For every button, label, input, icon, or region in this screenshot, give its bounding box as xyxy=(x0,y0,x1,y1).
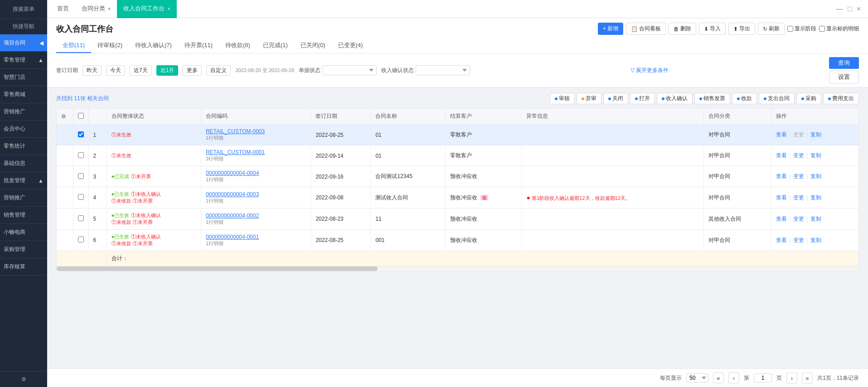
close-window-button[interactable]: × xyxy=(857,5,861,13)
row-settings[interactable] xyxy=(57,125,73,145)
import-button[interactable]: ⬇ 导入 xyxy=(699,23,726,35)
row-checkbox[interactable] xyxy=(73,208,88,230)
view-btn[interactable]: 查看 xyxy=(776,237,787,243)
sidebar-item-retail-stats[interactable]: 零售统计 xyxy=(0,138,47,155)
sales-invoice-btn[interactable]: 销售发票 xyxy=(694,93,730,104)
edit-btn[interactable]: 变更 xyxy=(793,237,804,243)
open-btn[interactable]: 打开 xyxy=(630,93,655,104)
delete-button[interactable]: 🗑 删除 xyxy=(669,23,696,35)
sidebar-item-xiaochangec[interactable]: 小畅电商 xyxy=(0,224,47,241)
maximize-button[interactable]: □ xyxy=(848,5,852,13)
status-tab-pending-collect[interactable]: 待收款(8) xyxy=(219,39,257,53)
row-select-checkbox[interactable] xyxy=(78,215,84,221)
status-tab-pending-invoice[interactable]: 待开票(11) xyxy=(178,39,219,53)
contract-code-link[interactable]: RETAIL_CUSTOM-0001 xyxy=(206,149,306,155)
contract-code-link[interactable]: RETAIL_CUSTOM-0003 xyxy=(206,128,306,135)
sidebar-quicknav[interactable]: 快捷导航 xyxy=(0,19,47,34)
row-select-checkbox[interactable] xyxy=(78,173,84,179)
edit-btn[interactable]: 变更 xyxy=(793,194,804,201)
row-settings[interactable] xyxy=(57,166,73,187)
row-checkbox[interactable] xyxy=(73,145,88,166)
income-confirm-btn[interactable]: 收入确认 xyxy=(657,93,693,104)
page-number-input[interactable] xyxy=(754,373,772,382)
row-select-checkbox[interactable] xyxy=(78,237,84,242)
row-select-checkbox[interactable] xyxy=(78,194,84,200)
show-stage-checkbox-label[interactable]: 显示阶段 xyxy=(787,25,816,33)
purchase-btn[interactable]: 采购 xyxy=(796,93,821,104)
filter-custom[interactable]: 自定义 xyxy=(206,65,231,76)
sidebar-item-marketing[interactable]: 营销推广 xyxy=(0,103,47,121)
collect-btn[interactable]: 收款 xyxy=(732,93,757,104)
sidebar-item-marketing2[interactable]: 营销推广 xyxy=(0,189,47,207)
col-settings[interactable]: ⚙ xyxy=(57,108,73,125)
tab-home[interactable]: 首页 xyxy=(51,0,75,18)
refresh-button[interactable]: ↻ 刷新 xyxy=(758,23,785,35)
filter-more[interactable]: 更多 xyxy=(183,65,202,76)
show-stage-checkbox[interactable] xyxy=(787,26,793,32)
next-page-button[interactable]: › xyxy=(786,372,797,383)
row-settings[interactable] xyxy=(57,230,73,251)
support-contract-btn[interactable]: 支出合同 xyxy=(759,93,795,104)
col-checkbox[interactable] xyxy=(73,108,88,125)
sidebar-settings[interactable]: ⚙ xyxy=(0,371,47,387)
horizontal-scrollbar[interactable] xyxy=(57,266,858,271)
sidebar-item-purchase-mgmt[interactable]: 采购管理 xyxy=(0,241,47,258)
export-button[interactable]: ⬆ 导出 xyxy=(728,23,755,35)
row-checkbox[interactable] xyxy=(73,230,88,251)
view-btn[interactable]: 查看 xyxy=(776,131,787,138)
status-tab-all[interactable]: 全部(11) xyxy=(56,39,91,53)
row-checkbox[interactable] xyxy=(73,166,88,187)
show-mark-checkbox-label[interactable]: 显示标的明细 xyxy=(819,25,859,33)
contract-code-link[interactable]: 0000000000004-0003 xyxy=(206,191,306,198)
copy-btn[interactable]: 复制 xyxy=(810,194,821,201)
edit-btn[interactable]: 变更 xyxy=(793,173,804,179)
last-page-button[interactable]: » xyxy=(802,372,813,383)
sidebar-item-wholesale-mgmt[interactable]: 批发管理 ▲ xyxy=(0,172,47,189)
settings-button[interactable]: 设置 xyxy=(829,71,859,83)
scrollbar-thumb[interactable] xyxy=(57,266,378,271)
contract-board-button[interactable]: 📋 合同看板 xyxy=(626,23,666,35)
query-button[interactable]: 查询 xyxy=(829,57,859,69)
sidebar-item-retail-commerce[interactable]: 零售商城 xyxy=(0,86,47,103)
page-size-select[interactable]: 10 20 50 100 xyxy=(686,373,708,382)
contract-code-link[interactable]: 0000000000004-0002 xyxy=(206,213,306,219)
status-tab-pending-review[interactable]: 待审核(2) xyxy=(91,39,129,53)
filter-last7[interactable]: 近7天 xyxy=(130,65,152,76)
sidebar-item-sales-mgmt[interactable]: 销售管理 xyxy=(0,207,47,224)
status-tab-pending-income-confirm[interactable]: 待收入确认(7) xyxy=(129,39,178,53)
edit-btn[interactable]: 变更 xyxy=(793,152,804,159)
show-mark-checkbox[interactable] xyxy=(819,26,825,32)
edit-btn[interactable]: 变更 xyxy=(793,131,804,138)
expense-pay-btn[interactable]: 费用支出 xyxy=(823,93,859,104)
row-select-checkbox[interactable] xyxy=(78,131,84,137)
abandon-btn[interactable]: 弃审 xyxy=(577,93,601,104)
income-confirm-select[interactable] xyxy=(416,65,470,75)
prev-page-button[interactable]: ‹ xyxy=(728,372,739,383)
add-button[interactable]: + 新增 xyxy=(598,23,623,35)
sidebar-search[interactable]: 搜索菜单 xyxy=(0,0,47,19)
first-page-button[interactable]: « xyxy=(713,372,724,383)
select-all-checkbox[interactable] xyxy=(78,113,84,119)
tab-active-close-icon[interactable]: × xyxy=(167,6,170,11)
sidebar-item-base-info[interactable]: 基础信息 xyxy=(0,155,47,172)
copy-btn[interactable]: 复制 xyxy=(810,131,821,138)
copy-btn[interactable]: 复制 xyxy=(810,216,821,222)
view-btn[interactable]: 查看 xyxy=(776,216,787,222)
status-tab-changed[interactable]: 已变更(4) xyxy=(332,39,369,53)
filter-yesterday[interactable]: 昨天 xyxy=(82,65,102,76)
row-checkbox[interactable] xyxy=(73,187,88,208)
filter-last1m[interactable]: 近1月 xyxy=(156,65,179,76)
status-tab-completed[interactable]: 已完成(1) xyxy=(257,39,294,53)
sidebar-item-project[interactable]: 项目合同 ◀ xyxy=(0,34,47,52)
row-select-checkbox[interactable] xyxy=(78,152,84,158)
sidebar-item-inventory[interactable]: 库存核算 xyxy=(0,258,47,276)
contract-code-link[interactable]: 0000000000004-0001 xyxy=(206,234,306,240)
tab-close-icon[interactable]: × xyxy=(108,6,111,11)
doc-status-select[interactable] xyxy=(322,65,377,75)
view-btn[interactable]: 查看 xyxy=(776,194,787,201)
sidebar-item-retail-mgmt[interactable]: 零售管理 ▲ xyxy=(0,52,47,69)
sidebar-item-member[interactable]: 会员中心 xyxy=(0,121,47,138)
view-btn[interactable]: 查看 xyxy=(776,152,787,159)
row-settings[interactable] xyxy=(57,187,73,208)
minimize-button[interactable]: — xyxy=(836,5,843,13)
